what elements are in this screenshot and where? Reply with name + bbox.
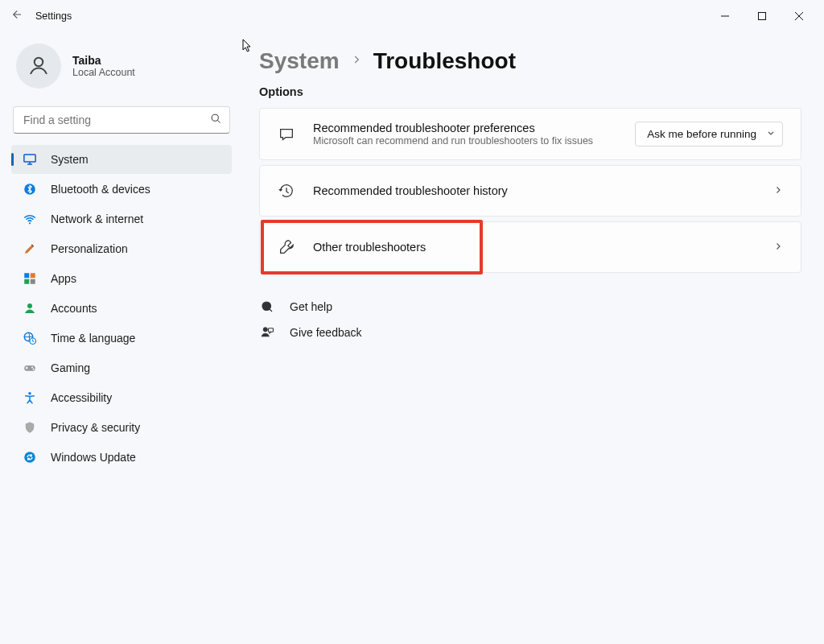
section-label-options: Options <box>259 85 801 98</box>
svg-point-16 <box>28 392 31 394</box>
history-icon <box>278 182 295 200</box>
get-help-link[interactable]: Get help <box>259 299 801 315</box>
chat-bubble-icon <box>278 126 295 143</box>
window-title: Settings <box>35 10 72 22</box>
sidebar-item-system[interactable]: System <box>11 145 232 174</box>
give-feedback-link[interactable]: Give feedback <box>259 324 801 341</box>
user-subtitle: Local Account <box>72 67 135 78</box>
search-icon <box>210 113 222 128</box>
svg-point-10 <box>27 303 32 308</box>
chevron-right-icon <box>773 240 783 254</box>
search-input[interactable] <box>13 106 230 134</box>
update-icon <box>23 450 37 464</box>
help-icon <box>259 299 275 315</box>
dropdown-label: Ask me before running <box>647 128 756 140</box>
svg-point-15 <box>33 369 35 370</box>
svg-point-14 <box>31 366 33 368</box>
sidebar-item-label: System <box>51 153 89 166</box>
monitor-icon <box>23 152 37 167</box>
link-label: Get help <box>290 300 332 313</box>
sidebar-item-apps[interactable]: Apps <box>11 264 232 293</box>
breadcrumb: System Troubleshoot <box>259 48 801 74</box>
preference-dropdown[interactable]: Ask me before running <box>635 122 783 147</box>
wrench-icon <box>278 238 295 256</box>
svg-point-19 <box>263 328 267 332</box>
svg-rect-20 <box>269 328 274 332</box>
minimize-button[interactable] <box>707 3 744 29</box>
svg-point-1 <box>35 58 43 67</box>
breadcrumb-parent[interactable]: System <box>259 48 340 74</box>
sidebar-item-label: Privacy & security <box>51 421 140 434</box>
titlebar: Settings <box>0 0 824 32</box>
sidebar-item-label: Bluetooth & devices <box>51 183 150 196</box>
person-icon <box>23 301 37 316</box>
card-title: Recommended troubleshooter history <box>313 184 756 197</box>
link-label: Give feedback <box>290 326 362 339</box>
sidebar-item-network[interactable]: Network & internet <box>11 204 232 233</box>
svg-rect-6 <box>24 273 29 278</box>
chevron-down-icon <box>766 128 776 140</box>
sidebar-item-personalization[interactable]: Personalization <box>11 234 232 263</box>
sidebar-item-label: Accessibility <box>51 391 112 404</box>
sidebar-item-time-language[interactable]: Time & language <box>11 324 232 353</box>
apps-icon <box>23 271 37 286</box>
globe-clock-icon <box>23 331 37 345</box>
settings-window: Settings Taiba Local Account <box>0 0 824 644</box>
card-title: Recommended troubleshooter preferences <box>313 122 617 134</box>
wifi-icon <box>23 212 37 226</box>
accessibility-icon <box>23 390 37 405</box>
sidebar-item-label: Accounts <box>51 302 97 315</box>
sidebar-item-label: Gaming <box>51 361 90 374</box>
card-title: Other troubleshooters <box>313 241 756 254</box>
sidebar-item-gaming[interactable]: Gaming <box>11 353 232 382</box>
maximize-button[interactable] <box>744 3 781 29</box>
sidebar-item-bluetooth[interactable]: Bluetooth & devices <box>11 175 232 204</box>
gamepad-icon <box>23 361 37 375</box>
back-icon[interactable] <box>10 8 23 24</box>
svg-point-17 <box>24 452 35 463</box>
svg-rect-9 <box>31 279 35 284</box>
avatar <box>16 43 61 89</box>
main-content: System Troubleshoot Options Recommended … <box>241 32 824 644</box>
troubleshooter-history-card[interactable]: Recommended troubleshooter history <box>259 165 801 217</box>
chevron-right-icon <box>351 54 362 68</box>
close-button[interactable] <box>781 3 818 29</box>
svg-rect-0 <box>759 13 766 20</box>
shield-icon <box>23 420 37 435</box>
svg-rect-8 <box>24 279 29 284</box>
search-box[interactable] <box>13 106 230 134</box>
nav-list: System Bluetooth & devices Network & int… <box>11 145 232 472</box>
sidebar-item-windows-update[interactable]: Windows Update <box>11 443 232 472</box>
svg-point-2 <box>212 114 218 121</box>
breadcrumb-current: Troubleshoot <box>373 48 516 74</box>
sidebar: Taiba Local Account System Bluetooth & d… <box>0 32 241 644</box>
sidebar-item-label: Personalization <box>51 242 128 255</box>
other-troubleshooters-card[interactable]: Other troubleshooters <box>259 221 801 273</box>
bluetooth-icon <box>23 182 37 196</box>
troubleshooter-preferences-card[interactable]: Recommended troubleshooter preferences M… <box>259 108 801 160</box>
feedback-icon <box>259 324 275 341</box>
card-subtitle: Microsoft can recommend and run troubles… <box>313 135 617 147</box>
user-name: Taiba <box>72 54 135 67</box>
sidebar-item-label: Network & internet <box>51 213 143 225</box>
paintbrush-icon <box>23 242 37 256</box>
svg-rect-3 <box>24 155 35 162</box>
svg-point-5 <box>29 222 31 224</box>
sidebar-item-accounts[interactable]: Accounts <box>11 294 232 323</box>
svg-rect-7 <box>31 273 35 278</box>
user-account-row[interactable]: Taiba Local Account <box>11 37 232 101</box>
sidebar-item-label: Time & language <box>51 332 135 345</box>
sidebar-item-label: Apps <box>51 272 76 285</box>
chevron-right-icon <box>773 184 783 198</box>
sidebar-item-privacy-security[interactable]: Privacy & security <box>11 413 232 442</box>
sidebar-item-accessibility[interactable]: Accessibility <box>11 383 232 412</box>
sidebar-item-label: Windows Update <box>51 451 136 464</box>
